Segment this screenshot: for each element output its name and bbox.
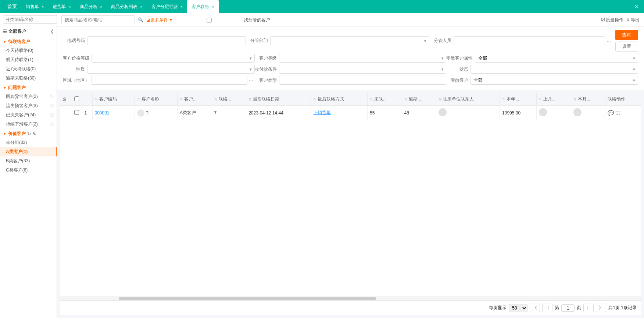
close-tab-customer-tier[interactable]: × xyxy=(180,0,183,13)
batch-op-button[interactable]: ☑ 批量操作 xyxy=(601,17,623,23)
filter-price-level-label: 客户价格等级 xyxy=(63,55,89,61)
sidebar-item-ungrouped[interactable]: 未分组(32) xyxy=(0,138,57,147)
setting-button[interactable]: 设置 xyxy=(615,42,638,52)
nav-home[interactable]: 首页 xyxy=(3,0,21,13)
more-filter-button[interactable]: ◢ 更多条件 ▼ xyxy=(146,17,173,23)
td-not-contacted: 55 xyxy=(368,106,402,120)
nav-tab-customer-contact[interactable]: 客户联络 × xyxy=(187,0,218,13)
first-page-button[interactable]: 《 xyxy=(530,304,540,312)
filter-row-2: 客户价格等级 ▼ 客户等级 ▼ 零散客户属性 xyxy=(63,54,638,63)
td-customer-code[interactable]: 000031 xyxy=(92,106,135,120)
sort-handle-overdue[interactable]: ⇅ xyxy=(404,97,407,101)
td-customer-name[interactable]: ? xyxy=(135,106,178,120)
filter-nature-input[interactable] xyxy=(87,65,255,74)
filter-retail-attr: 零散客户属性 ▼ xyxy=(446,54,638,63)
sidebar-item-7day-contact[interactable]: 近7天待联络(0) xyxy=(0,64,57,74)
sort-handle-unit[interactable]: ⇅ xyxy=(439,97,441,101)
edit-icon[interactable]: ✎ xyxy=(32,131,36,137)
filter-phone-input[interactable] xyxy=(87,36,246,45)
filter-status-input[interactable] xyxy=(471,65,638,74)
sidebar-item-class-c[interactable]: C类客户(6) xyxy=(0,166,57,175)
horizontal-scrollbar[interactable] xyxy=(60,296,641,300)
filter-region-input[interactable] xyxy=(92,76,247,85)
nav-tab-customer-tier[interactable]: 客户分层经营 × xyxy=(147,0,187,13)
filter-payment-input[interactable] xyxy=(279,65,447,74)
sidebar-item-class-b[interactable]: B类客户(33) xyxy=(0,156,57,166)
next-page-button[interactable]: 〉 xyxy=(583,304,594,312)
filter-price-level-input[interactable] xyxy=(92,54,255,63)
query-button[interactable]: 查询 xyxy=(615,30,638,40)
filter-customer-level-input[interactable] xyxy=(279,54,447,63)
sort-handle-not-contacted[interactable]: ⇅ xyxy=(370,97,373,101)
td-overdue: 48 xyxy=(402,106,436,120)
close-tab-customer-contact[interactable]: × xyxy=(212,0,214,13)
sidebar-item-tomorrow-contact[interactable]: 明天待联络(1) xyxy=(0,55,57,64)
refresh-icon[interactable]: ↻ xyxy=(27,131,31,137)
sort-handle-code[interactable]: ⇅ xyxy=(95,97,98,101)
sidebar-item-churned[interactable]: 已流失客户(24) ⓘ xyxy=(0,110,57,120)
filter-customer-type-input[interactable] xyxy=(279,76,447,85)
sidebar-item-churn-warning[interactable]: 流失预警客户(3) ⓘ xyxy=(0,101,57,110)
sidebar-item-declining[interactable]: 持续下滑客户(2) ⓘ xyxy=(0,120,57,129)
filter-retail-customer-input[interactable] xyxy=(471,76,638,85)
row-checkbox[interactable] xyxy=(74,110,79,115)
filter-dept-input[interactable] xyxy=(270,36,429,45)
all-customers-header[interactable]: ☷ 全部客户 ❮ xyxy=(0,26,57,37)
prev-page-button[interactable]: 〈 xyxy=(542,304,552,312)
nav-tab-product-analysis[interactable]: 商品分析 × xyxy=(75,0,107,13)
filter-manager: 分管人员 ··· xyxy=(429,36,612,45)
nav-tab-sales[interactable]: 销售单 × xyxy=(21,0,48,13)
th-action: 联络动作 xyxy=(605,93,641,106)
filter-bar: 🔍 ◢ 更多条件 ▼ 我分管的客户 ☑ 批量操作 ⇓ 导出 xyxy=(57,13,644,27)
table-wrapper: ⚙ ⇅ 客户编码 xyxy=(60,93,641,296)
filter-manager-input[interactable] xyxy=(454,36,605,45)
column-setting-gear-button[interactable]: ⚙ xyxy=(62,96,67,102)
unit-contact-avatar xyxy=(439,108,447,116)
sort-handle-type[interactable]: ⇅ xyxy=(180,97,183,101)
collapse-icon: ❮ xyxy=(50,29,54,34)
close-tab-product-analysis[interactable]: × xyxy=(100,0,102,13)
sort-handle-last-month[interactable]: ⇅ xyxy=(539,97,542,101)
close-tab-purchase[interactable]: × xyxy=(68,0,71,13)
region-dots-button[interactable]: ··· xyxy=(247,76,255,85)
chat-icon[interactable]: 💬 xyxy=(608,110,614,116)
sort-handle-this-month[interactable]: ⇅ xyxy=(573,97,576,101)
sidebar: 🔍 ☷ 全部客户 ❮ ▼ 待联络客户 今天待联络(0) 明天待联络(1) 近7天… xyxy=(0,13,57,318)
filter-customer-type-label: 客户类型 xyxy=(255,77,277,84)
nav-tab-product-analysis-list[interactable]: 商品分析列表 × xyxy=(107,0,147,13)
export-button[interactable]: ⇓ 导出 xyxy=(626,17,640,23)
td-this-month xyxy=(571,106,605,120)
search-button[interactable]: 🔍 xyxy=(138,17,143,22)
filter-status-wrap: ▼ xyxy=(471,65,638,74)
select-all-checkbox[interactable] xyxy=(74,96,79,101)
grid-action-icon[interactable]: ☷ xyxy=(616,110,621,116)
sort-handle-name[interactable]: ⇅ xyxy=(137,97,140,101)
sidebar-item-today-contact[interactable]: 今天待联络(0) xyxy=(0,46,57,55)
page-input[interactable] xyxy=(561,304,575,312)
nav-tab-purchase[interactable]: 进货单 × xyxy=(48,0,75,13)
close-tab-product-analysis-list[interactable]: × xyxy=(140,0,142,13)
sidebar-search-input[interactable] xyxy=(3,15,57,24)
last-page-button[interactable]: 》 xyxy=(596,304,606,312)
per-page-select[interactable]: 50 100 200 xyxy=(509,304,527,312)
th-gear: ⚙ xyxy=(60,93,72,106)
sort-handle-date[interactable]: ⇅ xyxy=(248,97,251,101)
window-close-button[interactable]: × xyxy=(632,3,641,10)
close-tab-sales[interactable]: × xyxy=(42,0,44,13)
search-input[interactable] xyxy=(61,15,135,24)
td-last-contact-method[interactable]: 下销货单 xyxy=(311,106,368,120)
my-customer-checkbox[interactable] xyxy=(176,18,242,22)
filter-retail-attr-input[interactable] xyxy=(475,54,638,63)
th-last-contact-method: ⇅ 最后联络方式 xyxy=(311,93,368,106)
sort-handle-method[interactable]: ⇅ xyxy=(313,97,316,101)
scrollbar-thumb[interactable] xyxy=(119,297,376,300)
sidebar-item-repurchase-abnormal[interactable]: 回购异常客户(2) ⓘ xyxy=(0,92,57,101)
my-customer-checkbox-label[interactable]: 我分管的客户 xyxy=(176,17,270,23)
manager-dots-button[interactable]: ··· xyxy=(605,36,612,45)
info-icon-churned: ⓘ xyxy=(50,113,54,118)
sidebar-item-overdue-contact[interactable]: 逾期未联络(30) xyxy=(0,74,57,83)
last-month-avatar xyxy=(539,108,547,116)
sidebar-item-class-a[interactable]: A类客户(1) xyxy=(0,147,57,156)
sort-handle-count[interactable]: ⇅ xyxy=(214,97,217,101)
sort-handle-year[interactable]: ⇅ xyxy=(502,97,505,101)
